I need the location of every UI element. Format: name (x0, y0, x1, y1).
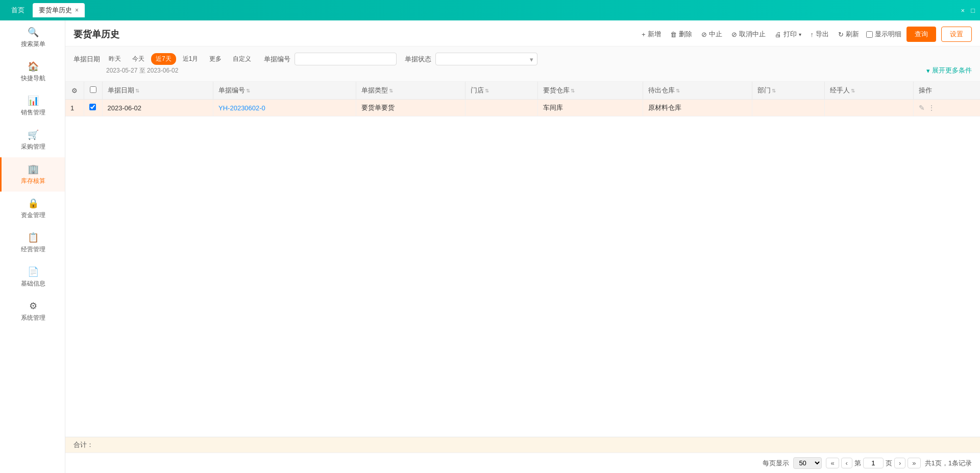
page-size-label: 每页显示 (763, 459, 789, 468)
sidebar-label-basic-info: 基础信息 (21, 279, 45, 288)
date-btn-1month[interactable]: 近1月 (178, 53, 203, 65)
delete-btn[interactable]: 🗑 删除 (668, 30, 694, 39)
row-pending-warehouse: 原材料仓库 (643, 100, 752, 116)
sidebar-item-finance[interactable]: 🔒 资金管理 (0, 192, 65, 226)
page-title: 要货单历史 (74, 28, 640, 40)
sidebar-item-quick-nav[interactable]: 🏠 快捷导航 (0, 55, 65, 89)
sidebar-label-purchase: 采购管理 (21, 143, 45, 151)
sort-pending-wh-icon: ⇅ (676, 88, 680, 93)
basic-info-icon: 📄 (28, 266, 39, 277)
date-btn-yesterday[interactable]: 昨天 (104, 53, 126, 65)
tab-home-label: 首页 (11, 6, 24, 15)
row-actions: ✎ ⋮ (913, 100, 980, 116)
cancel-stop-btn[interactable]: ⊘ 取消中止 (729, 30, 768, 39)
page-size-select[interactable]: 20 50 100 200 (793, 457, 822, 469)
delete-label: 删除 (679, 30, 692, 39)
row-req-warehouse: 车间库 (538, 100, 643, 116)
content-area: 要货单历史 + 新增 🗑 删除 ⊘ 中止 ⊘ 取消中止 (65, 20, 980, 473)
docstatus-select[interactable] (435, 53, 537, 65)
tab-close-icon[interactable]: × (75, 7, 79, 14)
row-doc-date: 2023-06-02 (102, 100, 213, 116)
page-number-input[interactable] (863, 458, 884, 468)
prev-page-btn[interactable]: ‹ (841, 458, 852, 468)
settings-button[interactable]: 设置 (941, 27, 972, 42)
new-btn[interactable]: + 新增 (640, 30, 663, 39)
next-page-btn[interactable]: › (894, 458, 905, 468)
more-action-icon[interactable]: ⋮ (928, 104, 935, 112)
select-all-checkbox[interactable] (90, 86, 96, 93)
export-label: 导出 (816, 30, 829, 39)
cancel-stop-label: 取消中止 (739, 30, 766, 39)
refresh-btn[interactable]: ↻ 刷新 (836, 30, 861, 39)
col-doc-type[interactable]: 单据类型⇅ (356, 82, 465, 100)
toolbar: + 新增 🗑 删除 ⊘ 中止 ⊘ 取消中止 🖨 打印 (640, 27, 972, 42)
col-req-warehouse[interactable]: 要货仓库⇅ (538, 82, 643, 100)
tab-home[interactable]: 首页 (5, 3, 31, 17)
page-info: 共1页，1条记录 (925, 459, 972, 468)
page-input-prefix: 第 (854, 459, 861, 468)
stop-btn[interactable]: ⊘ 中止 (699, 30, 724, 39)
show-detail-checkbox[interactable]: 显示明细 (866, 30, 901, 39)
expand-more-label: 展开更多条件 (932, 66, 972, 75)
sidebar: 🔍 搜索菜单 🏠 快捷导航 📊 销售管理 🛒 采购管理 🏢 库存核算 🔒 资金管… (0, 20, 65, 473)
sidebar-item-system-mgmt[interactable]: ⚙ 系统管理 (0, 294, 65, 328)
docno-filter-label: 单据编号 (264, 55, 290, 64)
date-btn-more[interactable]: 更多 (205, 53, 226, 65)
table-body: 1 2023-06-02 YH-20230602-0 要货单要货 车间库 原材料… (65, 100, 980, 116)
sort-doc-type-icon: ⇅ (389, 88, 393, 93)
edit-icon[interactable]: ✎ (919, 104, 925, 112)
sidebar-item-search-menu[interactable]: 🔍 搜索菜单 (0, 20, 65, 55)
date-btn-today[interactable]: 今天 (128, 53, 149, 65)
last-page-btn[interactable]: » (908, 458, 920, 468)
col-checkbox (84, 82, 102, 100)
action-icons: ✎ ⋮ (919, 104, 975, 112)
sidebar-item-inventory[interactable]: 🏢 库存核算 (0, 157, 65, 192)
top-bar: 首页 要货单历史 × × □ (0, 0, 980, 20)
col-settings[interactable]: ⚙ (65, 82, 84, 100)
export-btn[interactable]: ↑ 导出 (808, 30, 831, 39)
refresh-icon: ↻ (838, 31, 844, 38)
sidebar-label-sales: 销售管理 (21, 108, 45, 117)
expand-more-btn[interactable]: ▾ 展开更多条件 (74, 66, 972, 75)
table-row: 1 2023-06-02 YH-20230602-0 要货单要货 车间库 原材料… (65, 100, 980, 116)
query-button[interactable]: 查询 (906, 27, 936, 42)
date-btn-custom[interactable]: 自定义 (228, 53, 256, 65)
row-handler (824, 100, 913, 116)
col-doc-no[interactable]: 单据编号⇅ (213, 82, 356, 100)
print-btn[interactable]: 🖨 打印 ▾ (773, 30, 803, 39)
filter-row-1: 单据日期 昨天 今天 近7天 近1月 更多 自定义 单据编号 (74, 53, 972, 65)
show-detail-input[interactable] (866, 31, 873, 38)
inventory-icon: 🏢 (28, 163, 39, 175)
doc-no-link[interactable]: YH-20230602-0 (218, 104, 265, 112)
date-btn-7days[interactable]: 近7天 (151, 53, 176, 65)
col-pending-warehouse[interactable]: 待出仓库⇅ (643, 82, 752, 100)
print-label: 打印 (783, 30, 797, 39)
row-checkbox (84, 100, 102, 116)
row-select-checkbox[interactable] (89, 104, 96, 110)
window-maximize-btn[interactable]: □ (971, 7, 975, 14)
sidebar-item-basic-info[interactable]: 📄 基础信息 (0, 260, 65, 294)
quick-nav-icon: 🏠 (28, 61, 39, 72)
stop-label: 中止 (709, 30, 722, 39)
col-store[interactable]: 门店⇅ (465, 82, 538, 100)
table-header-row: ⚙ 单据日期⇅ 单据编号⇅ 单据类型⇅ (65, 82, 980, 100)
sort-handler-icon: ⇅ (851, 88, 855, 93)
table-wrapper: ⚙ 单据日期⇅ 单据编号⇅ 单据类型⇅ (65, 82, 980, 437)
search-menu-icon: 🔍 (28, 27, 39, 38)
col-dept[interactable]: 部门⇅ (752, 82, 825, 100)
system-icon: ⚙ (29, 300, 37, 312)
window-close-btn[interactable]: × (961, 7, 965, 14)
sidebar-item-sales-mgmt[interactable]: 📊 销售管理 (0, 89, 65, 123)
page-input-suffix: 页 (886, 459, 892, 468)
col-handler[interactable]: 经手人⇅ (824, 82, 913, 100)
sidebar-item-purchase-mgmt[interactable]: 🛒 采购管理 (0, 123, 65, 157)
col-doc-date[interactable]: 单据日期⇅ (102, 82, 213, 100)
date-filter-label: 单据日期 (74, 55, 100, 64)
show-detail-label: 显示明细 (875, 30, 901, 39)
sidebar-item-operations[interactable]: 📋 经营管理 (0, 226, 65, 260)
stop-icon: ⊘ (701, 31, 707, 38)
docno-input[interactable] (295, 53, 397, 65)
first-page-btn[interactable]: « (826, 458, 839, 468)
sidebar-label-quick-nav: 快捷导航 (21, 74, 45, 83)
tab-requisition-history[interactable]: 要货单历史 × (33, 3, 85, 17)
